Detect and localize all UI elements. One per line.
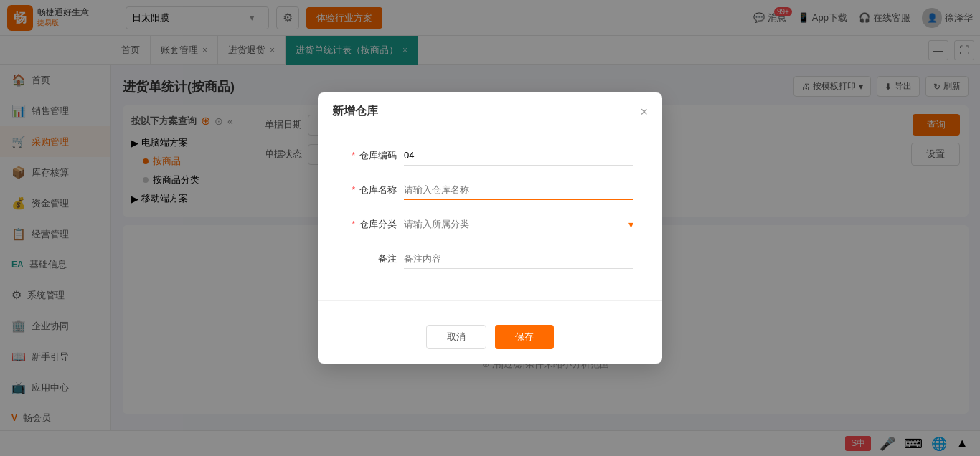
add-warehouse-modal: 新增仓库 × * 仓库编码 * 仓库名称 [318, 92, 662, 364]
warehouse-category-label: * 仓库分类 [347, 218, 404, 231]
warehouse-category-input[interactable] [404, 214, 628, 234]
save-button[interactable]: 保存 [495, 325, 554, 349]
modal-close-button[interactable]: × [640, 105, 648, 118]
modal-header: 新增仓库 × [318, 92, 662, 128]
modal-title: 新增仓库 [332, 104, 378, 119]
warehouse-remark-row: 备注 [347, 249, 633, 269]
warehouse-name-input[interactable] [404, 180, 633, 200]
warehouse-name-row: * 仓库名称 [347, 180, 633, 200]
warehouse-category-row: * 仓库分类 ▾ [347, 214, 633, 234]
warehouse-code-label: * 仓库编码 [347, 149, 404, 162]
warehouse-code-input[interactable] [404, 146, 633, 166]
warehouse-remark-input[interactable] [404, 249, 633, 269]
modal-footer: 取消 保存 [318, 313, 662, 364]
cancel-button[interactable]: 取消 [426, 325, 486, 349]
warehouse-remark-label: 备注 [347, 252, 404, 265]
category-dropdown-icon[interactable]: ▾ [628, 219, 633, 230]
modal-body: * 仓库编码 * 仓库名称 * 仓库分类 [318, 128, 662, 300]
warehouse-code-row: * 仓库编码 [347, 146, 633, 166]
modal-divider [318, 300, 662, 301]
modal-overlay: 新增仓库 × * 仓库编码 * 仓库名称 [0, 0, 980, 456]
warehouse-name-label: * 仓库名称 [347, 184, 404, 196]
warehouse-category-wrapper: ▾ [404, 214, 633, 234]
